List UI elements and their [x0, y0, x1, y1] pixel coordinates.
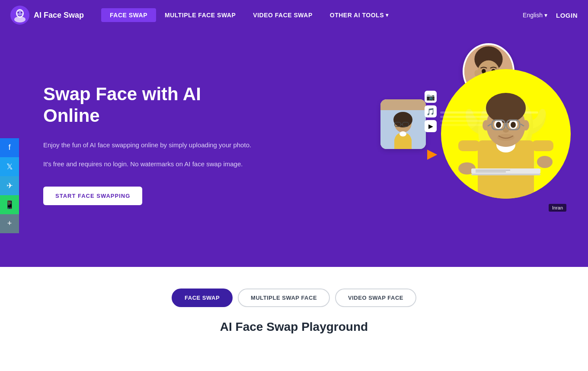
playground-title: AI Face Swap Playground	[220, 320, 368, 334]
facebook-share-button[interactable]: f	[0, 138, 19, 157]
svg-rect-43	[532, 140, 553, 151]
logo-link[interactable]: AI Face Swap	[10, 6, 84, 25]
nav-face-swap[interactable]: FACE SWAP	[101, 8, 156, 22]
telegram-icon: ✈	[6, 181, 13, 190]
svg-point-7	[474, 46, 502, 72]
navbar-nav: FACE SWAP MULTIPLE FACE SWAP VIDEO FACE …	[101, 8, 523, 22]
share-button[interactable]: +	[0, 214, 19, 233]
tab-multiple-swap-face[interactable]: MULTIPLE SWAP FACE	[238, 289, 330, 307]
person-name-tag: Inran	[549, 204, 566, 212]
svg-line-38	[488, 124, 491, 126]
thumbnail-face-svg	[380, 110, 426, 149]
source-face-svg	[464, 43, 513, 99]
svg-point-12	[474, 70, 478, 76]
nav-other-ai-tools[interactable]: OTHER AI TOOLS ▾	[321, 8, 397, 22]
svg-point-24	[496, 137, 515, 152]
twitter-icon: 𝕏	[6, 162, 13, 171]
navbar-right: English ▾ LOGIN	[523, 12, 578, 19]
svg-rect-35	[492, 120, 505, 130]
svg-point-32	[509, 120, 518, 129]
tab-face-swap[interactable]: FACE SWAP	[172, 289, 233, 307]
svg-point-45	[537, 156, 553, 168]
tab-video-swap-face[interactable]: VIDEO SWAP FACE	[335, 289, 416, 307]
share-icon: +	[7, 219, 12, 228]
whatsapp-share-button[interactable]: 📱	[0, 195, 19, 214]
svg-point-13	[499, 70, 502, 76]
whatsapp-icon: 📱	[5, 200, 14, 209]
hero-section: Swap Face with AI Online Enjoy the fun o…	[0, 30, 588, 267]
hero-illustration: ▼ ▶ 👻	[380, 43, 571, 259]
svg-rect-47	[471, 174, 540, 175]
result-person-svg	[441, 69, 571, 199]
ui-overlay-lines	[437, 108, 566, 130]
svg-point-4	[17, 12, 19, 13]
svg-point-33	[496, 122, 501, 128]
svg-rect-42	[458, 140, 480, 151]
app-tile-2: 🎵	[425, 105, 437, 117]
svg-rect-23	[478, 140, 534, 199]
twitter-share-button[interactable]: 𝕏	[0, 157, 19, 176]
svg-point-26	[486, 104, 525, 147]
thumbnail-card	[380, 99, 426, 149]
thumbnail-top	[380, 99, 426, 149]
svg-rect-36	[507, 120, 520, 130]
svg-rect-19	[403, 122, 409, 127]
language-label: English	[523, 12, 543, 19]
app-tile-1: 📷	[425, 91, 437, 103]
hero-description-1: Enjoy the fun of AI face swapping online…	[43, 140, 259, 151]
svg-point-34	[511, 122, 516, 128]
svg-rect-46	[471, 168, 540, 174]
svg-point-29	[483, 120, 489, 130]
nav-video-face-swap[interactable]: VIDEO FACE SWAP	[244, 8, 321, 22]
app-tiles: 📷 🎵 ▶	[425, 91, 437, 132]
svg-rect-15	[380, 110, 426, 149]
svg-line-39	[521, 124, 524, 126]
svg-rect-21	[394, 140, 412, 149]
telegram-share-button[interactable]: ✈	[0, 176, 19, 195]
navbar: AI Face Swap FACE SWAP MULTIPLE FACE SWA…	[0, 0, 588, 30]
nav-multiple-face-swap[interactable]: MULTIPLE FACE SWAP	[156, 8, 244, 22]
source-face-bubble	[463, 43, 514, 99]
svg-point-11	[486, 74, 490, 77]
arrow-down-icon: ▼	[477, 108, 497, 129]
social-sidebar: f 𝕏 ✈ 📱 +	[0, 138, 19, 233]
facebook-icon: f	[8, 143, 10, 152]
logo-icon	[10, 6, 29, 25]
tab-row: FACE SWAP MULTIPLE SWAP FACE VIDEO SWAP …	[172, 289, 416, 307]
svg-rect-18	[395, 122, 401, 127]
svg-point-2	[17, 10, 22, 16]
svg-rect-25	[499, 135, 512, 143]
arrow-right-icon: ▶	[427, 147, 437, 161]
svg-rect-14	[481, 86, 496, 98]
source-face-inner	[464, 45, 513, 98]
svg-point-3	[14, 16, 26, 22]
svg-point-28	[489, 104, 523, 121]
chevron-down-icon: ▾	[386, 12, 389, 18]
svg-point-40	[503, 128, 509, 133]
svg-point-5	[21, 12, 22, 13]
app-tile-3: ▶	[425, 120, 437, 132]
login-button[interactable]: LOGIN	[556, 12, 578, 19]
svg-point-27	[486, 93, 526, 123]
start-face-swapping-button[interactable]: START FACE SWAPPING	[43, 187, 142, 205]
hero-title: Swap Face with AI Online	[43, 83, 259, 127]
svg-point-30	[522, 120, 529, 130]
svg-point-44	[458, 162, 476, 174]
svg-point-16	[394, 114, 412, 133]
tabs-section: FACE SWAP MULTIPLE SWAP FACE VIDEO SWAP …	[0, 267, 588, 342]
svg-rect-6	[464, 45, 513, 97]
svg-point-41	[497, 134, 514, 141]
language-selector[interactable]: English ▾	[523, 12, 547, 19]
svg-point-31	[494, 120, 503, 129]
logo-text: AI Face Swap	[34, 11, 84, 20]
svg-point-9	[482, 69, 486, 73]
hero-content: Swap Face with AI Online Enjoy the fun o…	[43, 83, 259, 206]
hero-description-2: It's free and requires no login. No wate…	[43, 159, 259, 170]
snapchat-circle: 👻	[441, 69, 571, 199]
lang-chevron-icon: ▾	[544, 12, 547, 19]
svg-point-17	[393, 112, 412, 127]
snapchat-ghost-icon: 👻	[463, 93, 549, 174]
svg-point-8	[477, 60, 500, 86]
svg-point-10	[492, 69, 495, 73]
svg-point-22	[399, 131, 406, 136]
